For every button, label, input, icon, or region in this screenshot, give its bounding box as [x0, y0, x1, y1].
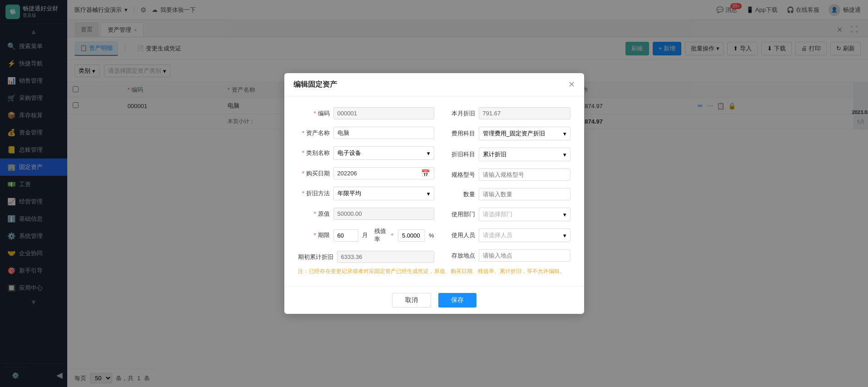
form-row-spec: 规格型号 — [443, 169, 570, 181]
user-label: 使用人员 — [443, 231, 475, 239]
form-row-user: 使用人员 请选择人员 ▾ — [443, 228, 570, 242]
depreciation-method-select[interactable]: 年限平均 ▾ — [333, 187, 434, 200]
edit-asset-modal: 编辑固定资产 ✕ 编码 资产名称 — [284, 73, 584, 314]
form-row-location: 存放地点 — [443, 249, 570, 262]
user-select[interactable]: 请选择人员 ▾ — [479, 228, 570, 242]
monthly-depreciation-label: 本月折旧 — [443, 109, 475, 118]
department-chevron: ▾ — [563, 211, 566, 218]
department-select[interactable]: 请选择部门 ▾ — [479, 208, 570, 221]
depreciation-subject-select[interactable]: 累计折旧 ▾ — [479, 148, 570, 161]
expense-subject-chevron: ▾ — [563, 130, 566, 137]
spec-label: 规格型号 — [443, 171, 475, 179]
period-label: 期限 — [298, 231, 330, 239]
original-value-label: 原值 — [298, 210, 330, 218]
asset-name-label: 资产名称 — [298, 129, 330, 137]
form-row-monthly-depreciation: 本月折旧 — [443, 107, 570, 119]
depreciation-method-chevron: ▾ — [427, 190, 430, 197]
period-input[interactable] — [333, 229, 358, 242]
depreciation-subject-label: 折旧科目 — [443, 150, 475, 159]
residual-rate-unit: % — [429, 232, 434, 239]
modal-title: 编辑固定资产 — [293, 80, 337, 89]
form-row-initial-depreciation: 期初累计折旧 — [298, 251, 434, 263]
purchase-date-label: 购买日期 — [298, 169, 330, 178]
category-select-value: 电子设备 — [337, 149, 361, 157]
modal-form: 编码 资产名称 类别名称 电子设备 ▾ — [293, 107, 575, 275]
department-label: 使用部门 — [443, 210, 475, 218]
form-row-period: 期限 月 残值率 * % — [298, 227, 434, 243]
code-label: 编码 — [298, 109, 330, 118]
modal-footer: 取消 保存 — [284, 286, 584, 314]
calendar-icon[interactable]: 📅 — [417, 169, 434, 178]
spec-input[interactable] — [479, 169, 570, 181]
quantity-input[interactable] — [479, 188, 570, 200]
form-row-category: 类别名称 电子设备 ▾ — [298, 146, 434, 160]
depreciation-method-value: 年限平均 — [337, 189, 361, 198]
asset-name-input[interactable] — [333, 127, 434, 139]
residual-rate-input[interactable] — [398, 229, 425, 242]
location-input[interactable] — [479, 249, 570, 262]
depreciation-subject-chevron: ▾ — [563, 151, 566, 158]
modal-header: 编辑固定资产 ✕ — [284, 73, 584, 96]
category-select[interactable]: 电子设备 ▾ — [333, 146, 434, 160]
modal-body: 编码 资产名称 类别名称 电子设备 ▾ — [284, 96, 584, 286]
form-row-code: 编码 — [298, 107, 434, 119]
modal-note: 注：已经存在变更记录或者对应固定资产已经生成凭证，原值、购买日期、残值率、累计折… — [293, 263, 575, 275]
original-value-input[interactable] — [333, 208, 434, 220]
category-label: 类别名称 — [298, 149, 330, 157]
user-placeholder: 请选择人员 — [483, 231, 512, 239]
save-button[interactable]: 保存 — [438, 293, 476, 308]
modal-overlay: 编辑固定资产 ✕ 编码 资产名称 — [0, 0, 868, 387]
form-row-depreciation-method: 折旧方法 年限平均 ▾ — [298, 187, 434, 200]
purchase-date-field: 📅 — [333, 167, 434, 179]
category-select-chevron: ▾ — [427, 150, 430, 157]
form-row-asset-name: 资产名称 — [298, 127, 434, 139]
initial-depreciation-input[interactable] — [337, 251, 434, 263]
cancel-button[interactable]: 取消 — [392, 293, 431, 308]
expense-subject-value: 管理费用_固定资产折旧 — [483, 129, 545, 138]
form-row-expense-subject: 费用科目 管理费用_固定资产折旧 ▾ — [443, 127, 570, 140]
monthly-depreciation-input[interactable] — [479, 107, 570, 119]
form-right-col: 本月折旧 费用科目 管理费用_固定资产折旧 ▾ 折旧科目 — [439, 107, 575, 263]
period-unit: 月 — [362, 231, 368, 239]
form-row-department: 使用部门 请选择部门 ▾ — [443, 208, 570, 221]
depreciation-subject-value: 累计折旧 — [483, 150, 506, 159]
form-row-original-value: 原值 — [298, 208, 434, 220]
form-left-col: 编码 资产名称 类别名称 电子设备 ▾ — [293, 107, 439, 263]
location-label: 存放地点 — [443, 252, 475, 260]
quantity-label: 数量 — [443, 190, 475, 198]
residual-rate-label: 残值率 — [374, 227, 387, 243]
initial-depreciation-label: 期初累计折旧 — [298, 253, 333, 261]
purchase-date-input[interactable] — [334, 168, 417, 179]
user-chevron: ▾ — [563, 232, 566, 239]
expense-subject-select[interactable]: 管理费用_固定资产折旧 ▾ — [479, 127, 570, 140]
department-placeholder: 请选择部门 — [483, 210, 512, 218]
modal-close-button[interactable]: ✕ — [568, 79, 575, 89]
depreciation-method-label: 折旧方法 — [298, 189, 330, 198]
form-row-depreciation-subject: 折旧科目 累计折旧 ▾ — [443, 148, 570, 161]
code-input[interactable] — [333, 107, 434, 119]
expense-subject-label: 费用科目 — [443, 129, 475, 138]
form-row-purchase-date: 购买日期 📅 — [298, 167, 434, 179]
form-row-quantity: 数量 — [443, 188, 570, 200]
